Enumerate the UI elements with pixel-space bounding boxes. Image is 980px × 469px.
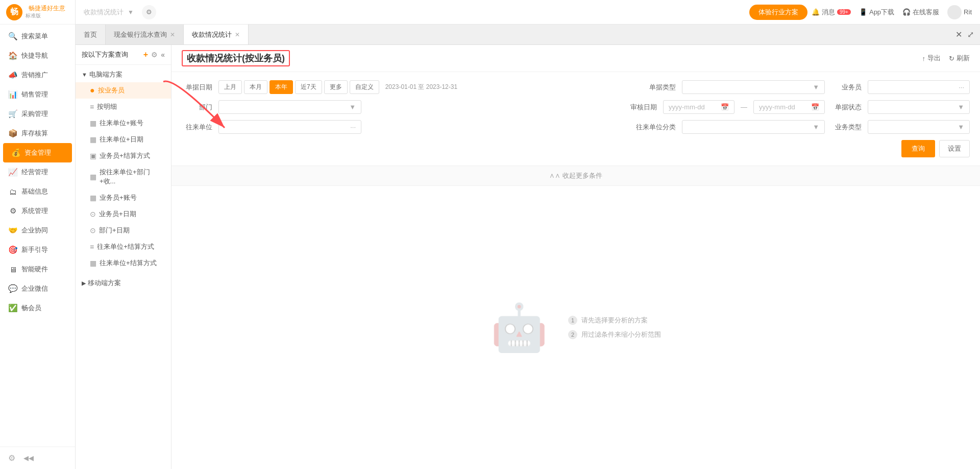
footer-settings-icon[interactable]: ⚙ bbox=[8, 453, 15, 463]
refresh-btn[interactable]: ↻ 刷新 bbox=[949, 54, 970, 63]
voucher-type-select[interactable]: ▼ bbox=[682, 80, 825, 94]
mobile-group-label: 移动端方案 bbox=[88, 278, 121, 288]
date-buttons: 上月 本月 本年 近7天 更多 自定义 bbox=[218, 80, 379, 94]
close-window-btn[interactable]: ✕ bbox=[955, 30, 962, 39]
bar-chart-icon: ▣ bbox=[90, 152, 96, 160]
review-date-from[interactable]: yyyy-mm-dd 📅 bbox=[663, 100, 734, 114]
tip-num-2: 2 bbox=[568, 330, 577, 339]
sidebar-item-operations[interactable]: 📈 经营管理 bbox=[0, 162, 75, 182]
sidebar-item-wechat[interactable]: 💬 企业微信 bbox=[0, 279, 75, 298]
sidebar-item-finance[interactable]: 💰 资金管理 bbox=[3, 143, 72, 162]
date-this-year-btn[interactable]: 本年 bbox=[270, 80, 293, 94]
doc-status-select[interactable]: ▼ bbox=[868, 100, 970, 114]
plan-item-by-detail[interactable]: ≡ 按明细 bbox=[76, 99, 171, 115]
counterparty-cat-select[interactable]: ▼ bbox=[682, 120, 825, 134]
sidebar-item-system[interactable]: ⚙ 系统管理 bbox=[0, 201, 75, 221]
notifications-btn[interactable]: 🔔 消息 99+ bbox=[812, 8, 851, 17]
unit-account-icon: ▦ bbox=[90, 119, 96, 127]
empty-robot-illustration: 🤖 bbox=[491, 301, 548, 355]
date-custom-btn[interactable]: 自定义 bbox=[350, 80, 379, 94]
logo-badge: 标准版 bbox=[26, 12, 65, 19]
plan-settings-btn[interactable]: ⚙ bbox=[151, 51, 158, 59]
plan-group-mobile: ▶ 移动端方案 bbox=[76, 273, 171, 293]
sidebar-item-inventory[interactable]: 📦 库存核算 bbox=[0, 124, 75, 143]
sidebar-item-purchase[interactable]: 🛒 采购管理 bbox=[0, 104, 75, 124]
breadcrumb-dropdown[interactable]: ▼ bbox=[128, 9, 134, 16]
plan-item-label: 业务员+结算方式 bbox=[100, 151, 150, 160]
filter-row-2: 部门 ▼ 审核日期 yyyy-mm-dd 📅 — yyyy-mm-dd 📅 bbox=[182, 100, 970, 114]
user-name: Rit bbox=[964, 8, 972, 16]
voucher-type-label: 单据类型 bbox=[645, 83, 676, 92]
filter-settings-btn[interactable]: 设置 bbox=[939, 140, 970, 157]
tabbar: 首页 现金银行流水查询 ✕ 收款情况统计 ✕ ✕ ⤢ bbox=[76, 25, 980, 45]
table-icon3: ▦ bbox=[90, 259, 96, 267]
plan-item-label: 业务员+日期 bbox=[99, 209, 136, 219]
plan-item-salesperson-account[interactable]: ▦ 业务员+账号 bbox=[76, 190, 171, 206]
plan-item-unit-account[interactable]: ▦ 往来单位+账号 bbox=[76, 115, 171, 131]
tab-home[interactable]: 首页 bbox=[76, 25, 106, 44]
trial-btn[interactable]: 体验行业方案 bbox=[749, 5, 807, 20]
home-icon: 🏠 bbox=[8, 51, 17, 60]
query-btn[interactable]: 查询 bbox=[901, 140, 935, 157]
circle-icon2: ⊙ bbox=[90, 226, 96, 235]
tab-collection-stat[interactable]: 收款情况统计 ✕ bbox=[184, 25, 249, 44]
sidebar-footer: ⚙ ◀◀ bbox=[0, 447, 75, 469]
collapse-panel-btn[interactable]: « bbox=[161, 51, 165, 59]
right-panel: 收款情况统计(按业务员) ↑ 导出 ↻ 刷新 单据日期 bbox=[172, 45, 980, 469]
counterparty-more-icon: ··· bbox=[350, 123, 356, 131]
page-header: 收款情况统计(按业务员) ↑ 导出 ↻ 刷新 bbox=[172, 45, 980, 72]
sidebar-item-sales[interactable]: 📊 销售管理 bbox=[0, 85, 75, 104]
sidebar-item-member[interactable]: ✅ 畅会员 bbox=[0, 298, 75, 318]
add-plan-btn[interactable]: + bbox=[143, 50, 148, 59]
dept-select[interactable]: ▼ bbox=[218, 100, 361, 114]
plan-item-unit-settlement1[interactable]: ≡ 往来单位+结算方式 bbox=[76, 239, 171, 255]
topbar-settings-btn[interactable]: ⚙ bbox=[142, 5, 156, 19]
grid-icon1: ≡ bbox=[90, 243, 94, 251]
plan-item-dept-date[interactable]: ⊙ 部门+日期 bbox=[76, 222, 171, 239]
smarthw-icon: 🖥 bbox=[8, 265, 17, 274]
collection-stat-tab-close[interactable]: ✕ bbox=[235, 31, 240, 38]
export-btn[interactable]: ↑ 导出 bbox=[922, 54, 941, 63]
tab-bank-flow[interactable]: 现金银行流水查询 ✕ bbox=[106, 25, 184, 44]
plan-item-unit-dept-collect[interactable]: ▦ 按往来单位+部门+收... bbox=[76, 164, 171, 190]
sidebar-item-marketing[interactable]: 📣 营销推广 bbox=[0, 65, 75, 85]
counterparty-cat-label: 往来单位分类 bbox=[636, 123, 676, 132]
page-header-actions: ↑ 导出 ↻ 刷新 bbox=[922, 54, 970, 63]
sidebar-item-quicknav[interactable]: 🏠 快捷导航 bbox=[0, 46, 75, 65]
plan-item-unit-date[interactable]: ▦ 往来单位+日期 bbox=[76, 131, 171, 148]
bank-flow-tab-close[interactable]: ✕ bbox=[170, 31, 175, 38]
date-more-btn[interactable]: 更多 bbox=[324, 80, 348, 94]
salesperson-select[interactable]: ··· bbox=[868, 80, 970, 94]
marketing-icon: 📣 bbox=[8, 71, 17, 80]
sidebar-item-smarthw[interactable]: 🖥 智能硬件 bbox=[0, 260, 75, 279]
customer-service-btn[interactable]: 🎧 在线客服 bbox=[902, 8, 939, 17]
sidebar-item-enterprise[interactable]: 🤝 企业协同 bbox=[0, 221, 75, 240]
customer-service-label: 在线客服 bbox=[913, 8, 939, 17]
date-this-month-btn[interactable]: 本月 bbox=[244, 80, 267, 94]
sidebar-item-guide[interactable]: 🎯 新手引导 bbox=[0, 240, 75, 260]
search-icon: 🔍 bbox=[8, 32, 17, 41]
plan-item-unit-settlement2[interactable]: ▦ 往来单位+结算方式 bbox=[76, 255, 171, 271]
sidebar-item-basicinfo[interactable]: 🗂 基础信息 bbox=[0, 182, 75, 201]
breadcrumb: 收款情况统计 ▼ bbox=[84, 8, 134, 17]
footer-collapse-icon[interactable]: ◀◀ bbox=[23, 454, 34, 462]
user-avatar[interactable]: Rit bbox=[947, 5, 972, 19]
maximize-window-btn[interactable]: ⤢ bbox=[967, 30, 974, 39]
plan-group-desktop-title[interactable]: ▼ 电脑端方案 bbox=[76, 67, 171, 82]
collapse-bar[interactable]: ∧∧ 收起更多条件 bbox=[172, 166, 980, 186]
app-download-btn[interactable]: 📱 App下载 bbox=[859, 8, 894, 17]
plan-item-salesperson-settlement[interactable]: ▣ 业务员+结算方式 bbox=[76, 148, 171, 164]
counterparty-select[interactable]: ··· bbox=[218, 120, 361, 134]
operations-icon: 📈 bbox=[8, 168, 17, 177]
plan-item-by-salesperson[interactable]: ● 按业务员 bbox=[76, 82, 171, 99]
date-label: 单据日期 bbox=[182, 83, 212, 92]
filter-buttons-row: 查询 设置 bbox=[182, 140, 970, 157]
plan-group-mobile-title[interactable]: ▶ 移动端方案 bbox=[76, 275, 171, 291]
date-last-month-btn[interactable]: 上月 bbox=[218, 80, 242, 94]
plan-item-salesperson-date[interactable]: ⊙ 业务员+日期 bbox=[76, 206, 171, 222]
date-last7days-btn[interactable]: 近7天 bbox=[295, 80, 322, 94]
calendar-icon1: 📅 bbox=[721, 103, 729, 111]
sidebar-item-search[interactable]: 🔍 搜索菜单 bbox=[0, 27, 75, 46]
business-type-select[interactable]: ▼ bbox=[868, 120, 970, 134]
review-date-to[interactable]: yyyy-mm-dd 📅 bbox=[753, 100, 825, 114]
